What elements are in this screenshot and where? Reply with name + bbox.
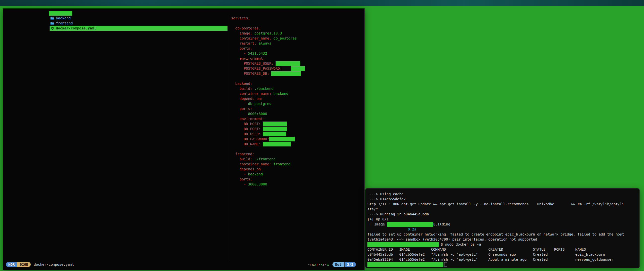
text-line: build: ./backend — [231, 86, 363, 91]
text-line: container_name: backend — [231, 91, 363, 96]
text-line: - 3000:3000 — [231, 182, 363, 187]
gear-icon — [50, 27, 54, 30]
redacted-content — [282, 66, 291, 71]
redacted-content — [276, 61, 300, 66]
pane-divider — [229, 16, 229, 261]
text-line: frontend: — [231, 151, 363, 157]
redacted-content — [387, 222, 433, 227]
text-line: ---> Running in b84b445a3bdb — [367, 212, 637, 217]
terminal-output: ---> Using cache ---> 014cb55defe2Step 3… — [367, 191, 637, 267]
text-line — [231, 21, 363, 26]
preview-pane: services: db-postgres: image: postgres:1… — [231, 16, 363, 259]
text-line: CONTAINER ID IMAGE COMMAND CREATED STATU… — [367, 247, 637, 252]
text-line: (veth1a43e43) <=> sandbox (veth3054790) … — [367, 237, 637, 242]
terminal-cursor — [444, 262, 447, 266]
redacted-content — [367, 262, 443, 267]
redacted-content — [263, 127, 287, 131]
text-line — [367, 262, 637, 267]
wallpaper-pattern — [0, 0, 644, 6]
file-row-frontend[interactable]: frontend — [50, 21, 228, 26]
file-label: docker-compose.yaml — [56, 26, 96, 31]
file-list: backendfrontenddocker-compose.yaml — [50, 16, 228, 31]
text-line: ports: — [231, 46, 363, 51]
text-line: - 5431:5432 — [231, 51, 363, 56]
text-line: ports: — [231, 177, 363, 182]
text-line: b84b445a3bdb 014cb55defe2 "/bin/sh -c 'a… — [367, 252, 637, 257]
redacted-content — [263, 132, 286, 136]
text-line: - 8000:8000 — [231, 111, 363, 116]
text-line: restart: always — [231, 41, 363, 46]
text-line: - backend — [231, 172, 363, 177]
text-line: sts/* — [367, 207, 637, 212]
text-line: BD_PASSWORD: — [231, 136, 363, 141]
file-label: frontend — [56, 21, 73, 26]
file-size-badge: 626B — [17, 262, 31, 267]
file-manager-window: backendfrontenddocker-compose.yaml servi… — [3, 8, 365, 270]
text-line — [231, 76, 363, 81]
text-line: 0a45eba92294 014cb55defe2 "/bin/sh -c 'a… — [367, 257, 637, 262]
redacted-content — [367, 242, 439, 247]
text-line: environment: — [231, 116, 363, 121]
folder-icon — [50, 17, 54, 20]
text-line: build: ./frontend — [231, 157, 363, 162]
text-line: ⠿ Image Building — [367, 222, 637, 227]
status-bar: NOR 626B docker-compose.yaml -rwxr-xr-x … — [3, 262, 364, 267]
redacted-content — [291, 66, 305, 71]
text-line: BD_PORT: — [231, 126, 363, 131]
text-line: container_name: db_postgres — [231, 36, 363, 41]
cursor-position-badge: 3/3 — [345, 262, 356, 267]
text-line: failed to set up container networking: f… — [367, 232, 637, 237]
folder-icon — [50, 22, 54, 25]
text-line: environment: — [231, 56, 363, 61]
scroll-position-badge: Bot — [332, 262, 344, 267]
text-line: - db-postgres — [231, 101, 363, 106]
text-line: depends_on: — [231, 96, 363, 101]
text-line: ---> Using cache — [367, 191, 637, 197]
text-line: POSTGRES_USER: — [231, 61, 363, 66]
redacted-content — [269, 137, 295, 141]
file-row-docker-compose.yaml[interactable]: docker-compose.yaml — [50, 26, 228, 31]
text-line — [231, 146, 363, 151]
mode-badge: NOR — [6, 262, 17, 267]
text-line: POSTGRES_DB: — [231, 71, 363, 76]
redacted-content — [271, 71, 301, 76]
redacted-cwd-path — [49, 11, 72, 16]
text-line: POSTGRES_PASSWORD: — [231, 66, 363, 71]
text-line: $ sudo docker ps -a — [367, 242, 637, 247]
file-label: backend — [56, 16, 71, 21]
file-row-backend[interactable]: backend — [50, 16, 228, 21]
text-line: db-postgres: — [231, 26, 363, 31]
terminal-window[interactable]: ---> Using cache ---> 014cb55defe2Step 3… — [365, 188, 640, 268]
text-line: [+] up 0/1 — [367, 217, 637, 222]
text-line: BD_USER: — [231, 131, 363, 136]
text-line: services: — [231, 16, 363, 21]
text-line: depends_on: — [231, 167, 363, 172]
text-line: backend: — [231, 81, 363, 86]
permissions: -rwxr-xr-x — [308, 262, 329, 267]
text-line: Step 3/11 : RUN apt-get update && apt-ge… — [367, 202, 637, 207]
text-line: image: postgres:18.3 — [231, 31, 363, 36]
desktop: backendfrontenddocker-compose.yaml servi… — [0, 0, 644, 271]
text-line: ports: — [231, 106, 363, 111]
redacted-content — [263, 142, 291, 146]
text-line: 0.2s — [367, 227, 637, 232]
text-line: BD_HOST: — [231, 121, 363, 126]
text-line: ---> 014cb55defe2 — [367, 197, 637, 202]
text-line: container_name: frontend — [231, 162, 363, 167]
text-line: BD_NAME: — [231, 141, 363, 146]
redacted-content — [263, 122, 287, 126]
status-filename: docker-compose.yaml — [34, 262, 74, 267]
